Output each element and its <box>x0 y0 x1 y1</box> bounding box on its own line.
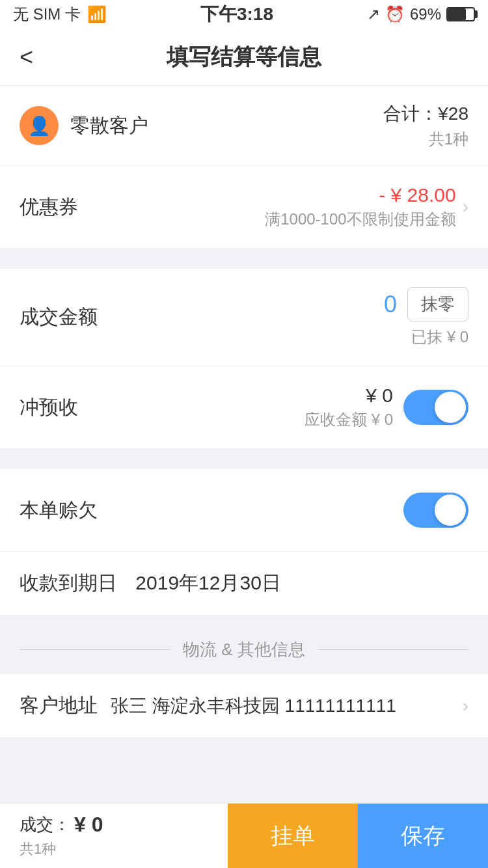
prepay-values: ¥ 0 应收金额 ¥ 0 <box>305 385 393 430</box>
deal-amount-value: 0 <box>384 291 397 318</box>
credit-toggle-knob <box>435 495 466 526</box>
logistics-line-right <box>318 649 468 650</box>
deal-amount-row: 成交金额 0 抹零 已抹 ¥ 0 <box>0 269 488 366</box>
hold-button[interactable]: 挂单 <box>228 804 358 869</box>
status-left: 无 SIM 卡 📶 <box>13 4 107 25</box>
address-row[interactable]: 客户地址 张三 海淀永丰科技园 11111111111 › <box>0 674 488 737</box>
credit-toggle[interactable] <box>403 493 468 528</box>
battery-icon <box>446 7 475 21</box>
deal-amount-label: 成交金额 <box>20 304 98 331</box>
chevron-right-icon: › <box>463 197 468 217</box>
divider-2 <box>0 459 488 469</box>
address-arrow-icon: › <box>463 696 468 716</box>
coupon-value: - ¥ 28.00 满1000-100不限制使用金额 <box>265 184 455 230</box>
prepay-amount: ¥ 0 <box>305 385 393 407</box>
bottom-deal-amount-row: 成交： ¥ 0 <box>20 813 208 837</box>
bottom-deal-value: ¥ 0 <box>74 813 103 837</box>
round-button[interactable]: 抹零 <box>407 287 468 321</box>
toggle-knob <box>435 392 466 423</box>
prepay-receivable: 应收金额 ¥ 0 <box>305 409 393 430</box>
bottom-bar: 成交： ¥ 0 共1种 挂单 保存 <box>0 803 488 868</box>
total-count: 共1种 <box>383 129 468 150</box>
back-button[interactable]: < <box>20 44 33 71</box>
bottom-deal-label: 成交： <box>20 813 70 836</box>
due-date-row: 收款到期日 2019年12月30日 <box>0 551 488 615</box>
bottom-summary: 成交： ¥ 0 共1种 <box>0 813 228 859</box>
credit-row: 本单赊欠 <box>0 469 488 551</box>
logistics-line-left <box>20 649 170 650</box>
wifi-icon: 📶 <box>87 5 107 23</box>
coupon-right: - ¥ 28.00 满1000-100不限制使用金额 › <box>265 184 468 230</box>
credit-section: 本单赊欠 收款到期日 2019年12月30日 <box>0 469 488 615</box>
coupon-discount: - ¥ 28.00 <box>265 184 455 206</box>
battery-percentage: 69% <box>410 5 441 23</box>
location-icon: ↗ <box>367 5 380 23</box>
due-date-label: 收款到期日 <box>20 572 117 593</box>
customer-section: 👤 零散客户 合计：¥28 共1种 优惠券 - ¥ 28.00 满1000-10… <box>0 86 488 248</box>
already-rounded-text: 已抹 ¥ 0 <box>411 327 468 347</box>
customer-row: 👤 零散客户 合计：¥28 共1种 <box>0 86 488 165</box>
prepay-label: 冲预收 <box>20 394 78 421</box>
total-amount: 合计：¥28 <box>383 102 468 126</box>
coupon-label: 优惠券 <box>20 194 78 221</box>
status-time: 下午3:18 <box>200 2 273 27</box>
address-section: 客户地址 张三 海淀永丰科技园 11111111111 › <box>0 674 488 737</box>
customer-name: 零散客户 <box>70 113 148 139</box>
address-label: 客户地址 <box>20 692 98 719</box>
deal-amount-controls: 0 抹零 <box>384 287 468 321</box>
deal-section: 成交金额 0 抹零 已抹 ¥ 0 冲预收 ¥ 0 应收金额 ¥ 0 <box>0 269 488 448</box>
prepay-row: 冲预收 ¥ 0 应收金额 ¥ 0 <box>0 366 488 448</box>
avatar-initial: 👤 <box>28 115 51 137</box>
credit-label: 本单赊欠 <box>20 497 98 524</box>
logistics-divider: 物流 & 其他信息 <box>0 625 488 674</box>
page-title: 填写结算等信息 <box>167 42 321 72</box>
alarm-icon: ⏰ <box>385 5 405 23</box>
address-value: 张三 海淀永丰科技园 11111111111 <box>111 694 463 718</box>
customer-info: 👤 零散客户 <box>20 106 148 145</box>
divider-1 <box>0 258 488 269</box>
nav-bar: < 填写结算等信息 <box>0 29 488 86</box>
save-button[interactable]: 保存 <box>358 804 488 869</box>
prepay-toggle[interactable] <box>403 390 468 425</box>
coupon-row[interactable]: 优惠券 - ¥ 28.00 满1000-100不限制使用金额 › <box>0 165 488 248</box>
bottom-deal-count: 共1种 <box>20 839 208 859</box>
carrier-text: 无 SIM 卡 <box>13 4 81 25</box>
avatar: 👤 <box>20 106 59 145</box>
customer-total: 合计：¥28 共1种 <box>383 102 468 150</box>
prepay-right: ¥ 0 应收金额 ¥ 0 <box>305 385 468 430</box>
due-date-value: 2019年12月30日 <box>135 572 280 593</box>
coupon-description: 满1000-100不限制使用金额 <box>265 209 455 230</box>
logistics-label: 物流 & 其他信息 <box>183 638 305 661</box>
status-right: ↗ ⏰ 69% <box>367 5 475 23</box>
status-bar: 无 SIM 卡 📶 下午3:18 ↗ ⏰ 69% <box>0 0 488 29</box>
